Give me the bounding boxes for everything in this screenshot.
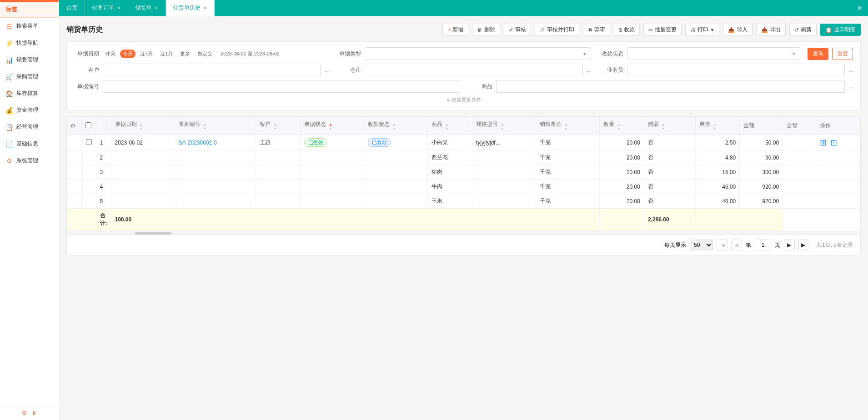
audit-print-button[interactable]: 🖨 审核并打印	[535, 24, 579, 36]
date-tag-more[interactable]: 更多	[177, 50, 193, 58]
customer-ellipsis[interactable]: ...	[324, 67, 329, 73]
cell-checkbox[interactable]	[81, 135, 96, 150]
tab-sales-history-close[interactable]: ✕	[203, 5, 207, 10]
export-button[interactable]: 📤 导出	[756, 24, 786, 36]
batch-change-button[interactable]: ✏ 批量变更	[643, 24, 682, 36]
cell-doc-no[interactable]: SA-20230602-0	[175, 135, 256, 150]
date-tag-today[interactable]: 今天	[120, 50, 135, 58]
sidebar-item-system-mgmt[interactable]: ⚙ 系统管理	[0, 152, 59, 169]
cell-checkbox[interactable]	[81, 150, 96, 165]
sidebar-settings-icon[interactable]: ⚙	[22, 410, 27, 416]
sidebar-item-label: 销售管理	[16, 56, 38, 64]
tab-sales-order-close[interactable]: ✕	[117, 5, 120, 10]
cell-doc-no[interactable]	[175, 150, 256, 165]
edit-action[interactable]: ⊞	[820, 139, 827, 147]
tab-sales-history[interactable]: 销货单历史 ✕	[166, 0, 215, 16]
collapse-button[interactable]: ∧ 收起更多条件	[446, 96, 482, 103]
th-checkbox[interactable]	[81, 117, 96, 135]
th-doc-status[interactable]: 单据状态 ▲▼	[301, 117, 364, 135]
refresh-button[interactable]: ↺ 刷新	[789, 24, 817, 36]
cell-checkbox[interactable]	[81, 180, 96, 194]
th-gift[interactable]: 赠品 ▲▼	[644, 117, 695, 135]
prev-page-button[interactable]: ◀	[731, 240, 742, 250]
customer-input[interactable]	[103, 64, 321, 76]
audit-button[interactable]: ✔ 审核	[504, 24, 531, 36]
cell-doc-no[interactable]	[175, 165, 256, 180]
sidebar-collapse-icon[interactable]: ⏸	[31, 410, 37, 416]
doc-no-label: 单据编号	[74, 83, 99, 90]
customer-label: 客户	[74, 66, 99, 74]
th-doc-date[interactable]: 单据日期 ▲▼	[111, 117, 175, 135]
summary-quantity-cell: 100.00	[111, 209, 600, 231]
sidebar-item-search-menu[interactable]: ☰ 搜索菜单	[0, 18, 59, 35]
th-spec[interactable]: 规格型号 ▲▼	[472, 117, 536, 135]
last-page-button[interactable]: ▶|	[798, 240, 809, 250]
tab-sales-goods[interactable]: 销货单 ✕	[128, 0, 166, 16]
th-doc-no[interactable]: 单据编号 ▲▼	[175, 117, 256, 135]
tab-sales-order[interactable]: 销售订单 ✕	[85, 0, 128, 16]
sidebar-item-finance[interactable]: 💰 资金管理	[0, 102, 59, 119]
payment-status-select[interactable]: ▼	[627, 47, 800, 60]
sidebar-item-purchase-mgmt[interactable]: 🛒 采购管理	[0, 68, 59, 85]
collect-button[interactable]: $ 收款	[614, 24, 640, 36]
th-unit[interactable]: 销售单位 ▲▼	[536, 117, 600, 135]
tab-home[interactable]: 首页	[59, 0, 85, 16]
cell-transaction	[783, 180, 816, 194]
settings-button[interactable]: 设置	[832, 48, 853, 60]
tab-sales-history-label: 销货单历史	[173, 4, 201, 12]
th-customer[interactable]: 客户 ▲▼	[256, 117, 301, 135]
date-tag-1month[interactable]: 近1月	[157, 50, 176, 58]
cell-checkbox[interactable]	[81, 165, 96, 180]
sidebar-item-sales-mgmt[interactable]: 📊 销售管理	[0, 51, 59, 68]
sidebar-item-quick-nav[interactable]: ⚡ 快捷导航	[0, 35, 59, 51]
pagination: 每页显示 50 100 |◀ ◀ 第 页 ▶ ▶| 共1页, 5条记录	[67, 235, 860, 255]
cell-checkbox[interactable]	[81, 194, 96, 209]
doc-no-input[interactable]	[103, 80, 460, 93]
cell-spec	[472, 165, 536, 180]
more-action[interactable]: ⊡	[830, 139, 837, 147]
goods-input[interactable]	[496, 80, 845, 93]
show-detail-button[interactable]: 📋 显示明细	[820, 24, 861, 36]
first-page-button[interactable]: |◀	[717, 240, 728, 250]
next-page-button[interactable]: ▶	[784, 240, 795, 250]
data-table: ⚙ 单据日期 ▲▼ 单据编号 ▲▼	[67, 117, 860, 231]
page-number-input[interactable]	[755, 240, 771, 250]
tab-sales-goods-close[interactable]: ✕	[155, 5, 158, 10]
date-tag-custom[interactable]: 自定义	[195, 50, 215, 58]
th-goods[interactable]: 商品 ▲▼	[428, 117, 472, 135]
date-tag-yesterday[interactable]: 昨天	[103, 50, 118, 58]
sidebar-item-basic-info[interactable]: 📄 基础信息	[0, 135, 59, 152]
plus-icon: +	[447, 27, 451, 33]
print-button[interactable]: 🖨 打印 ▼	[685, 24, 719, 36]
delete-button[interactable]: 🗑 删除	[472, 24, 500, 36]
abandon-button[interactable]: ✖ 弃审	[583, 24, 610, 36]
th-unit-price[interactable]: 单价 ▲▼	[695, 117, 740, 135]
th-quantity[interactable]: 数量 ▲▼	[600, 117, 644, 135]
warehouse-ellipsis[interactable]: ...	[587, 67, 591, 73]
import-button[interactable]: 📥 导入	[723, 24, 753, 36]
th-payment-status[interactable]: 收款状态 ▲▼	[364, 117, 428, 135]
cell-doc-no[interactable]	[175, 194, 256, 209]
per-page-select[interactable]: 50 100	[690, 240, 713, 250]
th-settings[interactable]: ⚙	[67, 117, 81, 135]
cell-row-no: 2	[96, 150, 111, 165]
salesperson-input[interactable]	[627, 64, 845, 76]
new-button[interactable]: + 新增	[442, 24, 468, 36]
query-button[interactable]: 查询	[808, 48, 828, 60]
doc-type-select[interactable]: ▼	[365, 47, 591, 60]
filter-group-doc-no: 单据编号	[74, 80, 460, 93]
row-checkbox[interactable]	[86, 139, 92, 145]
cell-doc-date	[111, 194, 175, 209]
scroll-bar-area	[67, 231, 860, 235]
close-all-tabs-button[interactable]: ✕	[852, 5, 868, 12]
cell-doc-no[interactable]	[175, 180, 256, 194]
select-all-checkbox[interactable]	[85, 122, 91, 128]
date-tag-7days[interactable]: 近7天	[137, 50, 156, 58]
salesperson-ellipsis[interactable]: ...	[848, 67, 853, 73]
sidebar-item-operations[interactable]: 📋 经营管理	[0, 119, 59, 135]
sidebar-item-inventory[interactable]: 🏠 库存核算	[0, 85, 59, 102]
print-dropdown-arrow: ▼	[710, 28, 714, 32]
sales-icon: 📊	[5, 56, 13, 64]
goods-ellipsis[interactable]: ...	[848, 83, 853, 90]
warehouse-input[interactable]	[365, 64, 582, 76]
